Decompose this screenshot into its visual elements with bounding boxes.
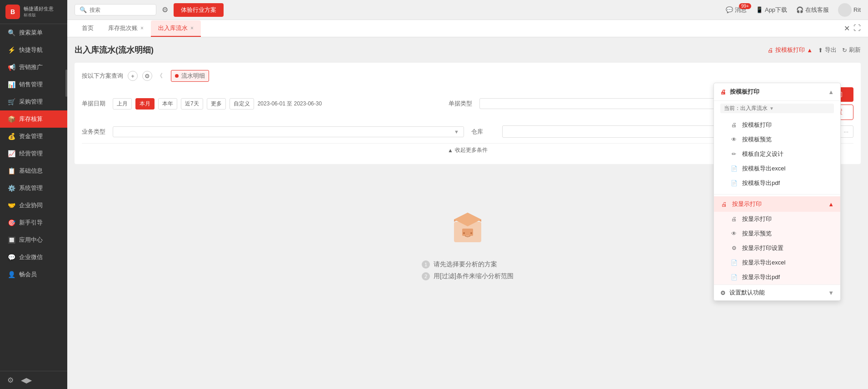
dropdown-item-template-preview[interactable]: 👁 按模板预览 bbox=[714, 132, 840, 147]
maximize-icon[interactable]: ⛶ bbox=[853, 24, 861, 33]
trial-button[interactable]: 体验行业方案 bbox=[174, 3, 224, 17]
current-tag-row: 当前：出入库流水 ▼ bbox=[714, 101, 840, 116]
search-box[interactable]: 🔍 bbox=[75, 4, 156, 15]
display-settings-label: 按显示打印设置 bbox=[742, 244, 783, 252]
page-title: 出入库流水(流水明细) bbox=[75, 45, 154, 55]
tab-batch-label: 库存批次账 bbox=[108, 24, 138, 32]
filter-warehouse-label: 仓库 bbox=[471, 128, 499, 136]
dropdown-item-display-pdf[interactable]: 📄 按显示导出pdf bbox=[714, 270, 840, 284]
filter-header: 按以下方案查询 + ⚙ 《 流水明细 bbox=[82, 70, 853, 82]
sidebar-item-search[interactable]: 🔍 搜索菜单 bbox=[0, 24, 67, 41]
display-excel-icon: 📄 bbox=[730, 259, 738, 266]
sidebar-item-basic[interactable]: 📋 基础信息 bbox=[0, 162, 67, 180]
dropdown-item-display-excel[interactable]: 📄 按显示导出excel bbox=[714, 255, 840, 270]
sidebar-item-system[interactable]: ⚙️ 系统管理 bbox=[0, 180, 67, 197]
filter-business-arrow: ▼ bbox=[454, 129, 459, 135]
user-avatar-area[interactable]: Rit bbox=[838, 3, 861, 17]
template-excel-icon: 📄 bbox=[730, 165, 738, 172]
avatar bbox=[838, 3, 852, 17]
sidebar-item-finance[interactable]: 💰 资金管理 bbox=[0, 128, 67, 145]
print-button[interactable]: 🖨 按模板打印 ▲ bbox=[768, 46, 813, 54]
export-button[interactable]: ⬆ 导出 bbox=[818, 46, 837, 54]
app-badge: 标准版 bbox=[24, 12, 54, 18]
username-label: Rit bbox=[853, 6, 861, 13]
dropdown-divider bbox=[714, 194, 840, 194]
display-print-icon: 🖨 bbox=[730, 215, 738, 223]
current-tag[interactable]: 当前：出入库流水 ▼ bbox=[720, 104, 834, 113]
sidebar-item-sales[interactable]: 📊 销售管理 bbox=[0, 76, 67, 93]
dropdown-item-template-print[interactable]: 🖨 按模板打印 bbox=[714, 118, 840, 132]
filter-business-select[interactable]: ▼ bbox=[113, 126, 464, 137]
sidebar-item-operation[interactable]: 📈 经营管理 bbox=[0, 145, 67, 162]
sidebar-item-shortcut[interactable]: ⚡ 快捷导航 bbox=[0, 41, 67, 59]
filter-add-button[interactable]: + bbox=[128, 71, 138, 81]
display-section-icon: 🖨 bbox=[720, 200, 728, 208]
filter-date-more[interactable]: 更多 bbox=[207, 98, 226, 110]
refresh-button[interactable]: ↻ 刷新 bbox=[842, 46, 861, 54]
purchase-icon: 🛒 bbox=[7, 98, 15, 106]
sidebar-toggle-icon[interactable]: ◀▶ bbox=[21, 376, 32, 384]
minimize-icon[interactable]: ✕ bbox=[844, 24, 850, 33]
tab-flow[interactable]: 出入库流水 × bbox=[151, 20, 201, 37]
filter-date-custom[interactable]: 自定义 bbox=[229, 98, 254, 110]
settings-icon[interactable]: ⚙ bbox=[162, 5, 168, 14]
dropdown-item-display-print[interactable]: 🖨 按显示打印 bbox=[714, 212, 840, 226]
online-service-button[interactable]: 🎧 在线客服 bbox=[796, 6, 829, 14]
display-settings-icon: ⚙ bbox=[730, 244, 738, 252]
tab-home[interactable]: 首页 bbox=[75, 20, 101, 37]
collapse-label: 收起更多条件 bbox=[455, 146, 488, 154]
sidebar-item-label: 营销推广 bbox=[19, 63, 43, 71]
sidebar-item-member[interactable]: 👤 畅会员 bbox=[0, 266, 67, 283]
sidebar-item-label: 企业微信 bbox=[19, 253, 43, 261]
sidebar-item-purchase[interactable]: 🛒 采购管理 bbox=[0, 93, 67, 110]
filter-date-7days[interactable]: 近7天 bbox=[181, 98, 203, 110]
dropdown-item-template-custom[interactable]: ✏ 模板自定义设计 bbox=[714, 147, 840, 161]
template-print-icon: 🖨 bbox=[730, 121, 738, 129]
display-section-title: 按显示打印 bbox=[732, 200, 762, 208]
sidebar-item-cooperation[interactable]: 🤝 企业协同 bbox=[0, 197, 67, 214]
member-icon: 👤 bbox=[7, 270, 15, 279]
tab-flow-label: 出入库流水 bbox=[158, 24, 188, 32]
filter-date-buttons: 上月 本月 本年 近7天 更多 自定义 bbox=[113, 98, 254, 110]
display-preview-label: 按显示预览 bbox=[742, 229, 772, 238]
dropdown-item-template-excel[interactable]: 📄 按模板导出excel bbox=[714, 161, 840, 176]
filter-date-last-month[interactable]: 上月 bbox=[113, 98, 132, 110]
tab-batch[interactable]: 库存批次账 × bbox=[101, 20, 151, 37]
filter-date-this-month[interactable]: 本月 bbox=[135, 98, 155, 110]
print-arrow-icon: ▲ bbox=[807, 47, 813, 54]
tab-batch-close[interactable]: × bbox=[140, 25, 144, 31]
shortcut-icon: ⚡ bbox=[7, 46, 15, 54]
filter-date-item: 单据日期 上月 本月 本年 近7天 更多 自定义 2023-06-01 至 20… bbox=[82, 98, 441, 110]
display-print-section-header[interactable]: 🖨 按显示打印 ▲ bbox=[714, 196, 840, 212]
filter-settings-button[interactable]: ⚙ bbox=[142, 71, 152, 81]
sidebar-item-guide[interactable]: 🎯 新手引导 bbox=[0, 214, 67, 231]
filter-tag[interactable]: 流水明细 bbox=[171, 70, 209, 82]
topbar: 🔍 ⚙ 体验行业方案 💬 消息 99+ 📱 App下载 🎧 在线客服 Rit bbox=[67, 0, 868, 20]
collapse-button[interactable]: ▲ 收起更多条件 bbox=[448, 146, 488, 154]
cooperation-icon: 🤝 bbox=[7, 201, 15, 209]
app-download-button[interactable]: 📱 App下载 bbox=[756, 6, 787, 14]
filter-warehouse-more[interactable]: ··· bbox=[843, 128, 848, 135]
filter-date-this-year[interactable]: 本年 bbox=[158, 98, 177, 110]
filter-collapse-icon[interactable]: 《 bbox=[157, 72, 163, 80]
current-tag-arrow: ▼ bbox=[769, 106, 774, 111]
sidebar-item-wechat[interactable]: 💬 企业微信 bbox=[0, 249, 67, 266]
apps-icon: 🔲 bbox=[7, 236, 15, 244]
message-button[interactable]: 💬 消息 99+ bbox=[726, 6, 747, 14]
search-input[interactable] bbox=[90, 7, 144, 13]
sidebar-item-apps[interactable]: 🔲 应用中心 bbox=[0, 231, 67, 249]
sidebar-item-inventory[interactable]: 📦 库存核算 bbox=[0, 110, 67, 128]
dropdown-item-template-pdf[interactable]: 📄 按模板导出pdf bbox=[714, 176, 840, 190]
wechat-icon: 💬 bbox=[7, 253, 15, 261]
dropdown-item-display-settings[interactable]: ⚙ 按显示打印设置 bbox=[714, 241, 840, 255]
sidebar-item-label: 搜索菜单 bbox=[19, 29, 43, 37]
dropdown-close-icon[interactable]: ▲ bbox=[828, 89, 834, 95]
dropdown-item-display-preview[interactable]: 👁 按显示预览 bbox=[714, 226, 840, 241]
display-print-section: 🖨 按显示打印 ▲ 🖨 按显示打印 👁 按显示预览 ⚙ 按显示打印设置 bbox=[714, 196, 840, 284]
app-name: 畅捷通好生意 bbox=[24, 5, 54, 12]
sidebar-item-marketing[interactable]: 📢 营销推广 bbox=[0, 59, 67, 76]
display-pdf-icon: 📄 bbox=[730, 274, 738, 281]
settings-gear-icon[interactable]: ⚙ bbox=[7, 376, 14, 384]
tab-flow-close[interactable]: × bbox=[190, 25, 194, 31]
dropdown-footer[interactable]: ⚙ 设置默认功能 ▼ bbox=[714, 284, 840, 300]
